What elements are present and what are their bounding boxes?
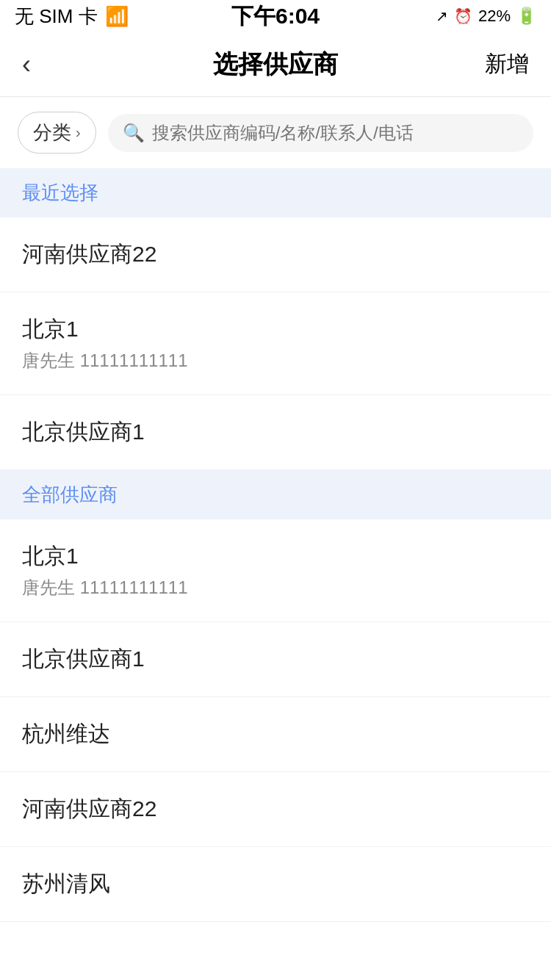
alarm-icon: ⏰: [454, 7, 472, 25]
search-icon: 🔍: [123, 123, 145, 143]
location-icon: ↗: [436, 7, 448, 25]
status-time: 下午6:04: [231, 1, 320, 32]
item-name: 杭州维达: [22, 719, 529, 749]
add-button[interactable]: 新增: [485, 49, 529, 79]
search-input[interactable]: [152, 123, 519, 143]
list-item[interactable]: 苏州清风: [0, 847, 551, 922]
no-sim-text: 无 SIM 卡: [15, 4, 98, 29]
item-name: 苏州清风: [22, 869, 529, 899]
category-label: 分类: [33, 120, 71, 145]
back-button[interactable]: ‹: [22, 49, 66, 80]
chevron-right-icon: ›: [76, 124, 81, 141]
item-name: 河南供应商22: [22, 794, 529, 824]
item-name: 北京1: [22, 314, 529, 345]
item-name: 河南供应商22: [22, 239, 529, 270]
all-section-label: 全部供应商: [22, 483, 118, 505]
item-name: 北京1: [22, 541, 529, 572]
item-name: 北京供应商1: [22, 417, 529, 447]
list-item[interactable]: 北京供应商1: [0, 622, 551, 697]
status-left: 无 SIM 卡 📶: [15, 4, 129, 29]
nav-bar: ‹ 选择供应商 新增: [0, 32, 551, 97]
category-button[interactable]: 分类 ›: [18, 112, 96, 154]
recent-section-header: 最近选择: [0, 168, 551, 217]
item-name: 北京供应商1: [22, 644, 529, 674]
item-sub: 唐先生 11111111111: [22, 576, 529, 599]
status-right: ↗ ⏰ 22% 🔋: [436, 7, 536, 26]
recent-list: 河南供应商22北京1唐先生 11111111111北京供应商1: [0, 217, 551, 470]
search-box[interactable]: 🔍: [108, 114, 533, 152]
item-sub: 唐先生 11111111111: [22, 349, 529, 372]
list-item[interactable]: 北京供应商1: [0, 395, 551, 470]
list-item[interactable]: 北京1唐先生 11111111111: [0, 519, 551, 622]
filter-bar: 分类 › 🔍: [0, 97, 551, 168]
wifi-icon: 📶: [105, 5, 129, 28]
battery-text: 22%: [478, 7, 511, 26]
all-list: 北京1唐先生 11111111111北京供应商1杭州维达河南供应商22苏州清风: [0, 519, 551, 922]
page-title: 选择供应商: [66, 48, 485, 82]
list-item[interactable]: 河南供应商22: [0, 772, 551, 847]
battery-icon: 🔋: [516, 7, 536, 26]
list-item[interactable]: 杭州维达: [0, 697, 551, 772]
all-section-header: 全部供应商: [0, 470, 551, 519]
list-item[interactable]: 北京1唐先生 11111111111: [0, 292, 551, 395]
recent-section-label: 最近选择: [22, 181, 98, 203]
list-item[interactable]: 河南供应商22: [0, 217, 551, 292]
status-bar: 无 SIM 卡 📶 下午6:04 ↗ ⏰ 22% 🔋: [0, 0, 551, 32]
